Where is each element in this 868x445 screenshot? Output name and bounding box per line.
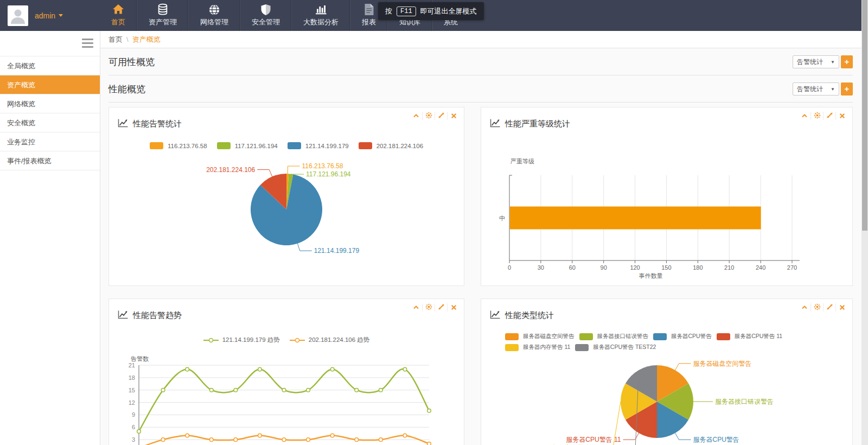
bar[interactable]	[510, 207, 761, 230]
legend-item[interactable]: 202.181.224.106 趋势	[290, 336, 370, 344]
nav-item-security[interactable]: 安全管理	[240, 0, 291, 31]
avatar[interactable]	[8, 5, 28, 26]
pie-chart-perf-alarm[interactable]: 116.213.76.58117.121.96.194121.14.199.17…	[109, 156, 464, 285]
sidebar-item-global-overview[interactable]: 全局概览	[0, 56, 100, 75]
data-point-marker[interactable]	[427, 442, 431, 445]
data-point-marker[interactable]	[282, 438, 286, 442]
legend-item[interactable]: 服务器CPU警告 TEST22	[575, 344, 656, 351]
data-point-marker[interactable]	[161, 388, 165, 392]
availability-widget-select[interactable]: 告警统计 ▼	[793, 55, 839, 68]
data-point-marker[interactable]	[307, 388, 310, 392]
data-point-marker[interactable]	[403, 367, 407, 371]
data-point-marker[interactable]	[186, 434, 189, 437]
close-panel-button[interactable]	[447, 303, 459, 312]
nav-item-label: 大数据分析	[303, 17, 339, 27]
data-point-marker[interactable]	[161, 438, 165, 442]
data-point-marker[interactable]	[137, 430, 141, 434]
pie-chart-perf-type[interactable]: 服务器磁盘空间警告服务器接口错误警告服务器CPU警告服务器CPU警告 11服务器…	[481, 353, 844, 445]
sidebar-item-event-report-overview[interactable]: 事件/报表概览	[0, 151, 100, 170]
data-point-marker[interactable]	[403, 434, 407, 437]
legend-line-marker	[290, 338, 305, 343]
nav-item-network[interactable]: 网络管理	[188, 0, 240, 31]
legend-swatch	[505, 344, 519, 351]
x-tick-label: 60	[569, 264, 576, 271]
legend-item[interactable]: 服务器磁盘空间警告	[505, 333, 575, 340]
chevron-up-icon	[413, 111, 419, 121]
page-scrollbar[interactable]	[861, 0, 868, 445]
data-point-marker[interactable]	[258, 434, 262, 437]
panel-settings-button[interactable]	[810, 303, 823, 312]
globe-icon	[208, 3, 220, 16]
chart-legend: 116.213.76.58117.121.96.194121.14.199.17…	[109, 142, 464, 149]
panel-title: 性能类型统计	[481, 299, 852, 321]
sidebar-item-network-overview[interactable]: 网络概览	[0, 94, 100, 113]
data-point-marker[interactable]	[307, 438, 310, 442]
nav-item-bigdata[interactable]: 大数据分析	[291, 0, 350, 31]
expand-panel-button[interactable]	[435, 303, 447, 312]
breadcrumb-home-link[interactable]: 首页	[108, 35, 123, 44]
bar-chart-severity[interactable]: 0306090120150180210240270中事件数量严重等级	[481, 140, 844, 285]
data-point-marker[interactable]	[282, 388, 286, 392]
data-point-marker[interactable]	[234, 438, 238, 442]
performance-add-widget-button[interactable]: +	[841, 82, 853, 96]
panel-settings-button[interactable]	[810, 112, 823, 120]
expand-panel-button[interactable]	[823, 303, 835, 312]
sidebar-toggle-button[interactable]	[82, 39, 93, 50]
data-point-marker[interactable]	[330, 434, 334, 437]
nav-item-home[interactable]: 首页	[100, 0, 137, 31]
collapse-panel-button[interactable]	[798, 303, 810, 312]
panel-settings-button[interactable]	[422, 112, 435, 120]
legend-item[interactable]: 202.181.224.106	[359, 142, 423, 149]
expand-panel-button[interactable]	[823, 112, 835, 120]
legend-item[interactable]: 116.213.76.58	[150, 142, 207, 149]
nav-item-assets[interactable]: 资产管理	[137, 0, 188, 31]
data-point-marker[interactable]	[330, 367, 334, 371]
scrollbar-thumb[interactable]	[862, 0, 867, 231]
collapse-panel-button[interactable]	[410, 112, 422, 120]
line-series[interactable]	[139, 369, 429, 431]
sidebar-item-asset-overview[interactable]: 资产概览	[0, 75, 100, 94]
y-tick-label: 12	[129, 399, 135, 406]
tooltip-text-press: 按	[385, 7, 392, 16]
data-point-marker[interactable]	[355, 388, 359, 392]
data-point-marker[interactable]	[379, 438, 383, 442]
legend-item[interactable]: 服务器CPU警告	[653, 333, 712, 340]
availability-add-widget-button[interactable]: +	[841, 55, 853, 68]
legend-item[interactable]: 121.14.199.179	[288, 142, 349, 149]
legend-item[interactable]: 117.121.96.194	[217, 142, 278, 149]
data-point-marker[interactable]	[427, 409, 431, 413]
line-chart-icon	[118, 119, 128, 129]
user-area[interactable]: admin	[0, 0, 93, 31]
close-panel-button[interactable]	[835, 303, 848, 312]
data-point-marker[interactable]	[379, 388, 383, 392]
close-panel-button[interactable]	[835, 112, 848, 120]
section-availability-header: 可用性概览 告警统计 ▼ +	[108, 48, 853, 75]
y-tick-label: 3	[132, 436, 135, 443]
expand-icon	[438, 111, 445, 121]
legend-label: 121.14.199.179 趋势	[222, 336, 280, 344]
data-point-marker[interactable]	[258, 367, 262, 371]
legend-item[interactable]: 121.14.199.179 趋势	[203, 336, 280, 344]
gear-icon	[425, 111, 432, 121]
chart-legend: 服务器磁盘空间警告服务器接口错误警告服务器CPU警告服务器CPU警告 11服务器…	[505, 333, 837, 354]
performance-widget-select[interactable]: 告警统计 ▼	[793, 82, 839, 96]
data-point-marker[interactable]	[209, 438, 213, 442]
legend-label: 202.181.224.106	[376, 143, 423, 149]
legend-item[interactable]: 服务器CPU警告 11	[717, 333, 783, 340]
data-point-marker[interactable]	[186, 367, 189, 371]
line-chart-trend[interactable]: 211815129630告警数	[109, 356, 464, 445]
legend-item[interactable]: 服务器内存警告 11	[505, 344, 570, 351]
panel-settings-button[interactable]	[422, 303, 435, 312]
sidebar-item-business-monitor[interactable]: 业务监控	[0, 132, 100, 151]
legend-item[interactable]: 服务器接口错误警告	[579, 333, 649, 340]
collapse-panel-button[interactable]	[410, 303, 422, 312]
close-panel-button[interactable]	[447, 112, 459, 120]
data-point-marker[interactable]	[355, 438, 359, 442]
data-point-marker[interactable]	[209, 388, 213, 392]
collapse-panel-button[interactable]	[798, 112, 810, 120]
sidebar-item-security-overview[interactable]: 安全概览	[0, 113, 100, 132]
document-icon	[364, 3, 374, 16]
data-point-marker[interactable]	[234, 388, 238, 392]
expand-panel-button[interactable]	[435, 112, 447, 120]
y-axis-name: 严重等级	[510, 158, 534, 164]
